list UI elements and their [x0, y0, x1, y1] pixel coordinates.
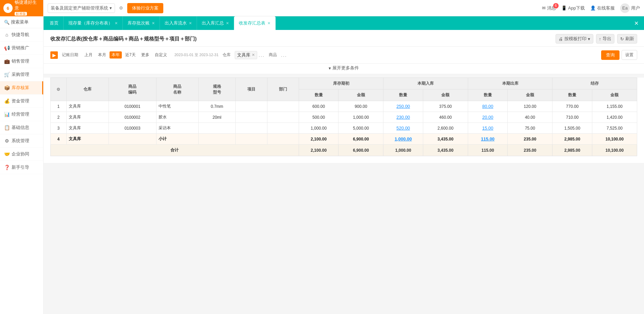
trial-button[interactable]: 体验行业方案	[127, 3, 163, 13]
warehouse-more-button[interactable]: ...	[259, 52, 265, 58]
sidebar-item-operations[interactable]: 📊 经营管理	[0, 108, 43, 121]
expand-bar: ▾ 展开更多条件	[44, 64, 644, 74]
col-header-code: 商品编码	[109, 78, 156, 101]
col-subheader-out-amt: 金额	[508, 89, 552, 101]
sidebar-item-basic-info[interactable]: 📋 基础信息	[0, 121, 43, 134]
table-row: 2文具库0100002胶水20ml500.001,000.00230.00460…	[51, 112, 637, 123]
purchase-icon: 🛒	[4, 72, 10, 77]
system-select[interactable]: 装备及固定资产辅助管理系统 ▾	[48, 3, 115, 13]
tab-close-inout-summary[interactable]: ✕	[226, 21, 229, 26]
date-opt-last-month[interactable]: 上月	[82, 51, 95, 59]
tab-batch-ledger[interactable]: 库存批次账 ✕	[123, 16, 160, 30]
avatar: Ea	[620, 3, 630, 13]
col-group-outgoing: 本期出库	[468, 78, 552, 89]
in-qty-link[interactable]: 520.00	[396, 126, 410, 131]
online-support-button[interactable]: 👤 在线客服	[590, 5, 615, 11]
search-icon: 🔍	[4, 20, 10, 25]
date-options: 上月 本月 本年 近7天 更多 自定义	[82, 51, 169, 59]
sidebar-search-menu[interactable]: 🔍 搜索菜单	[0, 16, 43, 28]
tab-close-batch-ledger[interactable]: ✕	[152, 21, 155, 26]
refresh-button[interactable]: ↻ 刷新	[617, 34, 637, 44]
gear-icon[interactable]: ⚙	[119, 5, 123, 11]
col-group-closing: 结存	[552, 78, 637, 89]
warehouse-tag[interactable]: 文具库 ✕	[235, 51, 257, 59]
in-qty-link[interactable]: 230.00	[396, 115, 410, 120]
table-settings-icon[interactable]: ⚙	[51, 78, 67, 101]
tab-stock-summary[interactable]: 收发存汇总表 ✕	[234, 16, 276, 30]
col-group-opening: 库存期初	[299, 78, 383, 89]
message-button[interactable]: ✉ 消息 6	[542, 5, 556, 11]
col-subheader-in-amt: 金额	[423, 89, 468, 101]
tab-inventory-dist[interactable]: 现存量（库存分布表） ✕	[64, 16, 123, 30]
tab-close-inout-flow[interactable]: ✕	[189, 21, 192, 26]
date-opt-7days[interactable]: 近7天	[123, 51, 138, 59]
col-subheader-out-qty: 数量	[468, 89, 507, 101]
operations-icon: 📊	[4, 112, 10, 117]
out-qty-link[interactable]: 80.00	[482, 104, 493, 109]
chevron-down-icon: ▾	[110, 5, 112, 11]
expand-more-button[interactable]: ▾ 展开更多条件	[329, 65, 359, 71]
col-group-incoming: 本期入库	[383, 78, 468, 89]
sidebar-item-inventory[interactable]: 📦 库存核算	[0, 81, 43, 95]
sidebar-item-system[interactable]: ⚙ 系统管理	[0, 134, 43, 148]
in-qty-link[interactable]: 1,000.00	[395, 136, 412, 142]
sidebar-item-quicknav[interactable]: ⌂ 快捷导航	[0, 28, 43, 42]
date-opt-more[interactable]: 更多	[139, 51, 151, 59]
out-qty-link[interactable]: 15.00	[482, 126, 493, 131]
out-qty-link[interactable]: 115.00	[481, 136, 495, 142]
date-opt-custom[interactable]: 自定义	[153, 51, 169, 59]
app-download-button[interactable]: 📱 App下载	[561, 5, 585, 11]
template-print-button[interactable]: 🖨 按模板打印 ▾	[556, 34, 593, 44]
date-opt-this-year[interactable]: 本年	[110, 51, 122, 59]
close-all-tabs-button[interactable]: ✕	[630, 20, 643, 27]
data-table-container: ⚙ 仓库 商品编码 商品名称 规格型号 项目 部门 库存期初 本期入库 本期出库…	[44, 78, 644, 163]
warehouse-filter-label: 仓库	[222, 52, 231, 58]
col-subheader-open-qty: 数量	[299, 89, 338, 101]
footer-out-amt: 235.00	[508, 145, 552, 156]
phone-icon: 📱	[561, 5, 567, 11]
tab-close-inventory-dist[interactable]: ✕	[115, 21, 118, 26]
sidebar-item-collab[interactable]: 🤝 企业协同	[0, 148, 43, 161]
footer-open-amt: 6,900.00	[338, 145, 383, 156]
export-button[interactable]: ↑ 导出	[596, 34, 615, 44]
filter-toggle-button[interactable]: ▶	[50, 51, 58, 59]
sales-icon: 💼	[4, 59, 10, 64]
finance-icon: 💰	[4, 98, 10, 104]
goods-filter-label: 商品	[269, 52, 277, 58]
tab-inout-flow[interactable]: 出入库流水 ✕	[160, 16, 197, 30]
date-opt-this-month[interactable]: 本月	[96, 51, 108, 59]
basicinfo-icon: 📋	[4, 125, 10, 130]
table-row: 1文具库0100001中性笔0.7mm600.00900.00250.00375…	[51, 101, 637, 112]
sidebar-item-marketing[interactable]: 📢 营销推广	[0, 42, 43, 55]
sidebar-item-guide[interactable]: ❓ 新手引导	[0, 161, 43, 174]
query-button[interactable]: 查询	[601, 50, 620, 60]
col-header-spec: 规格型号	[198, 78, 235, 101]
table-row: 3文具库0100003采访本1,000.005,000.00520.002,60…	[51, 123, 637, 134]
setting-button[interactable]: 设置	[622, 50, 637, 60]
tab-home[interactable]: 首页	[45, 16, 64, 30]
topbar: 装备及固定资产辅助管理系统 ▾ ⚙ 体验行业方案 ✉ 消息 6 📱 App下载 …	[44, 0, 644, 16]
date-range-display: 2023-01-01 至 2023-12-31	[175, 52, 219, 57]
footer-out-qty: 115.00	[468, 145, 507, 156]
goods-more-button[interactable]: ...	[281, 52, 287, 58]
filter-actions: 查询 设置	[601, 50, 637, 60]
home-icon: ⌂	[4, 32, 10, 37]
page-content: 收发存汇总表(按仓库＋商品编码＋商品＋规格型号＋项目＋部门) 🖨 按模板打印 ▾…	[44, 30, 644, 314]
tab-inout-summary[interactable]: 出入库汇总 ✕	[197, 16, 234, 30]
sidebar-item-finance[interactable]: 💰 资金管理	[0, 95, 43, 108]
guide-icon: ❓	[4, 165, 10, 170]
chevron-down-icon: ▾	[329, 66, 331, 71]
col-subheader-open-amt: 金额	[338, 89, 383, 101]
page-title: 收发存汇总表(按仓库＋商品编码＋商品＋规格型号＋项目＋部门)	[50, 36, 197, 42]
out-qty-link[interactable]: 20.00	[482, 115, 493, 120]
inventory-icon: 📦	[4, 85, 10, 90]
tab-close-stock-summary[interactable]: ✕	[267, 21, 270, 26]
user-menu[interactable]: Ea 用户	[620, 3, 640, 13]
filter-bar: ▶ 记账日期 上月 本月 本年 近7天 更多 自定义 2023-01-01 至 …	[44, 47, 644, 64]
warehouse-tag-remove[interactable]: ✕	[252, 53, 255, 57]
sidebar-item-sales[interactable]: 💼 销售管理	[0, 55, 43, 68]
tab-bar: 首页 现存量（库存分布表） ✕ 库存批次账 ✕ 出入库流水 ✕ 出入库汇总 ✕ …	[44, 16, 644, 30]
sidebar-item-purchase[interactable]: 🛒 采购管理	[0, 68, 43, 81]
col-subheader-in-qty: 数量	[383, 89, 423, 101]
in-qty-link[interactable]: 250.00	[396, 104, 410, 109]
